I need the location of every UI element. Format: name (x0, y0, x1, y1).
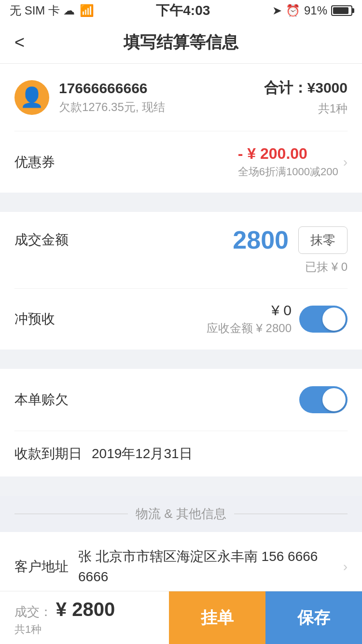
page-title: 填写结算等信息 (124, 31, 238, 54)
logistics-header-text: 物流 & 其他信息 (136, 505, 226, 522)
status-bar: 无 SIM 卡 ☁ 📶 下午4:03 ➤ ⏰ 91% (0, 0, 362, 21)
coupon-row[interactable]: 优惠券 - ¥ 200.00 全场6折满1000减200 › (0, 131, 362, 193)
coupon-label: 优惠券 (14, 153, 55, 171)
alarm-icon: ⏰ (286, 4, 300, 17)
location-icon: ➤ (272, 4, 282, 17)
chevron-right-icon: › (343, 154, 348, 170)
customer-card: 👤 17666666666 欠款1276.35元, 现结 合计：¥3000 共1… (0, 64, 362, 193)
wifi-icon: 📶 (80, 4, 94, 17)
header-line-right (234, 514, 348, 514)
customer-sub: 欠款1276.35元, 现结 (59, 99, 264, 115)
customer-row: 👤 17666666666 欠款1276.35元, 现结 合计：¥3000 共1… (0, 64, 362, 131)
nav-bar: < 填写结算等信息 (0, 21, 362, 64)
bottom-summary: 成交： ¥ 2800 共1种 (0, 599, 169, 637)
address-label: 客户地址 (14, 558, 69, 576)
debt-toggle-knob (322, 388, 346, 411)
round-button[interactable]: 抹零 (298, 226, 348, 254)
battery-icon (331, 5, 352, 16)
duedate-value: 2019年12月31日 (92, 445, 193, 463)
duedate-label: 收款到期日 (14, 445, 82, 463)
status-time: 下午4:03 (156, 1, 210, 20)
amount-row: 成交金额 2800 抹零 (14, 225, 348, 254)
save-button[interactable]: 保存 (265, 591, 362, 644)
bottom-bar: 成交： ¥ 2800 共1种 挂单 保存 (0, 591, 362, 644)
gray-sep-2 (0, 359, 362, 369)
coupon-right: - ¥ 200.00 全场6折满1000减200 › (238, 145, 348, 179)
customer-info: 17666666666 欠款1276.35元, 现结 (59, 80, 264, 115)
prepay-right: ¥ 0 应收金额 ¥ 2800 (207, 302, 348, 336)
debt-toggle[interactable] (299, 386, 348, 413)
back-button[interactable]: < (14, 32, 25, 53)
total-count: 共1种 (264, 101, 348, 116)
amount-number: 2800 (233, 225, 289, 254)
address-value: 张 北京市市辖区海淀区永丰南 156 6666 6666 (78, 546, 343, 587)
bottom-amount: ¥ 2800 (56, 599, 115, 620)
debt-label: 本单赊欠 (14, 391, 69, 409)
amount-value-group: 2800 抹零 (233, 225, 348, 254)
prepay-toggle[interactable] (299, 306, 348, 333)
gray-sep-1 (0, 202, 362, 212)
total-label: 合计： (264, 80, 307, 96)
debt-row: 本单赊欠 (0, 369, 362, 431)
customer-total: 合计：¥3000 共1种 (264, 78, 348, 116)
logistics-section-header: 物流 & 其他信息 (0, 496, 362, 532)
main-content: 👤 17666666666 欠款1276.35元, 现结 合计：¥3000 共1… (0, 64, 362, 644)
status-right: ➤ ⏰ 91% (272, 4, 352, 17)
avatar-icon: 👤 (20, 86, 44, 109)
prepay-amount: ¥ 0 (207, 302, 292, 319)
amount-section: 成交金额 2800 抹零 已抹 ¥ 0 (0, 212, 362, 288)
prepay-amount-group: ¥ 0 应收金额 ¥ 2800 (207, 302, 292, 336)
bottom-deal-label: 成交： (14, 604, 52, 619)
prepay-sub: 应收金额 ¥ 2800 (207, 321, 292, 336)
header-line-left (14, 514, 128, 514)
coupon-discount: - ¥ 200.00 (238, 145, 338, 163)
toggle-knob (322, 308, 346, 331)
debt-card: 本单赊欠 收款到期日 2019年12月31日 (0, 369, 362, 476)
bottom-count: 共1种 (14, 622, 154, 637)
status-left: 无 SIM 卡 ☁ 📶 (10, 3, 94, 18)
customer-phone: 17666666666 (59, 80, 264, 97)
address-chevron-right-icon: › (343, 559, 348, 574)
amount-sub: 已抹 ¥ 0 (14, 259, 348, 275)
gray-sep-3 (0, 486, 362, 496)
amount-label: 成交金额 (14, 231, 69, 249)
total-amount-value: ¥3000 (307, 80, 348, 96)
sim-label: 无 SIM 卡 ☁ (10, 3, 75, 18)
prepay-row: 冲预收 ¥ 0 应收金额 ¥ 2800 (0, 289, 362, 350)
battery-label: 91% (304, 4, 327, 17)
amount-card: 成交金额 2800 抹零 已抹 ¥ 0 冲预收 ¥ 0 应收金额 ¥ 2800 (0, 212, 362, 350)
prepay-label: 冲预收 (14, 310, 55, 328)
total-amount: 合计：¥3000 (264, 78, 348, 98)
bottom-deal-row: 成交： ¥ 2800 (14, 599, 154, 620)
duedate-row: 收款到期日 2019年12月31日 (0, 431, 362, 476)
hang-button[interactable]: 挂单 (169, 591, 265, 644)
coupon-desc: 全场6折满1000减200 (238, 165, 338, 179)
avatar: 👤 (14, 80, 49, 115)
